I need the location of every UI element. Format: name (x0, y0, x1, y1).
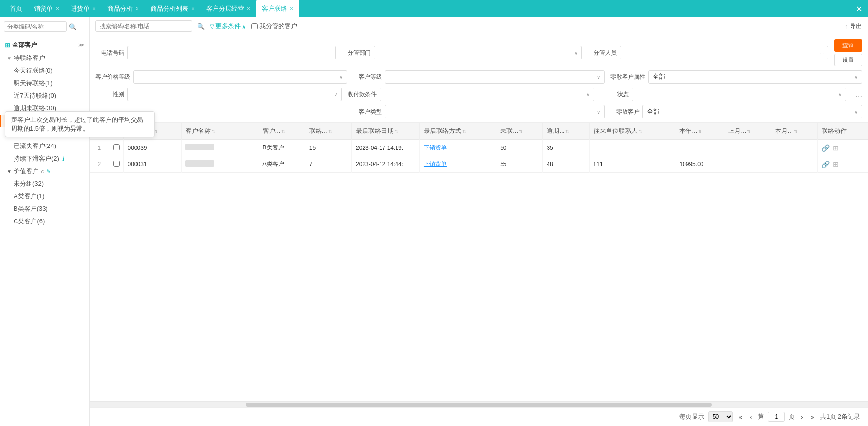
my-customers-checkbox-label[interactable]: 我分管的客户 (251, 22, 297, 30)
sort-name-icon[interactable]: ⇅ (212, 129, 215, 134)
close-sales-order-icon[interactable]: × (56, 5, 59, 12)
dept-chevron-icon: ∨ (574, 50, 578, 56)
close-product-analysis-list-icon[interactable]: × (191, 5, 195, 12)
prev-page-button[interactable]: ‹ (748, 412, 754, 422)
edit-icon[interactable]: ✎ (46, 168, 51, 175)
customer-level-select[interactable]: ∨ (385, 70, 605, 84)
sort-contacts-icon[interactable]: ⇅ (639, 129, 642, 134)
collapse-icon[interactable]: ≫ (78, 42, 84, 48)
phone-input[interactable] (127, 46, 336, 59)
sidebar-item-b-class[interactable]: B类客户(33) (0, 203, 89, 215)
close-product-analysis-icon[interactable]: × (136, 5, 139, 12)
retail-customer-select[interactable]: 全部 ∨ (642, 105, 862, 118)
price-level-select[interactable]: ∨ (133, 70, 347, 84)
filter-customer-level-field: 客户等级 ∨ (353, 70, 605, 84)
row-2-link-icon[interactable]: 🔗 (822, 161, 830, 168)
row-1-overdue: 35 (543, 140, 589, 156)
sidebar-item-tomorrow-pending[interactable]: 明天待联络(1) (0, 77, 89, 89)
search-input[interactable] (95, 20, 192, 32)
sort-thismonth-icon[interactable]: ⇅ (794, 129, 798, 134)
row-1-last-date: 2023-04-17 14:19: (351, 140, 419, 156)
sidebar-item-7days-pending[interactable]: 近7天待联络(0) (0, 89, 89, 102)
sidebar-item-a-class[interactable]: A类客户(1) (0, 190, 89, 203)
sidebar-item-churned[interactable]: 已流失客户(24) (0, 140, 89, 152)
row-2-select[interactable] (113, 161, 120, 167)
filter-more-dots[interactable]: ... (856, 90, 862, 99)
payment-select[interactable]: ∨ (380, 88, 594, 101)
sidebar-group-pending[interactable]: ▼ 待联络客户 (0, 52, 89, 64)
row-2-last-method[interactable]: 下销货单 (419, 156, 496, 173)
row-1-link-icon[interactable]: 🔗 (822, 144, 830, 152)
close-customer-contact-icon[interactable]: × (290, 5, 293, 12)
filter-price-level-field: 客户价格等级 ∨ (95, 70, 347, 84)
horizontal-scrollbar[interactable] (90, 401, 868, 407)
row-1-actions: 🔗 ⊞ (817, 140, 868, 156)
sidebar-item-declining[interactable]: 持续下滑客户(2) ℹ (0, 152, 89, 165)
search-button-icon[interactable]: 🔍 (197, 23, 205, 30)
filter-conditions-panel: 电话号码 分管部门 ∨ 分管人员 ··· (90, 35, 868, 123)
row-2-name (181, 156, 259, 173)
person-select[interactable]: ··· (620, 46, 828, 59)
close-customer-segmentation-icon[interactable]: × (247, 5, 250, 12)
sort-overdue-icon[interactable]: ⇅ (565, 129, 569, 134)
sort-thisyear-icon[interactable]: ⇅ (698, 129, 702, 134)
nav-home[interactable]: 首页 (4, 0, 28, 17)
more-conditions-button[interactable]: ▽ 更多条件 ∧ (210, 22, 246, 30)
top-navigation: 首页 销货单 × 进货单 × 商品分析 × 商品分析列表 × 客户分层经营 × … (0, 0, 868, 17)
last-page-button[interactable]: » (809, 412, 816, 422)
customer-level-label: 客户等级 (353, 73, 382, 81)
per-page-select[interactable]: 50 20 100 (708, 411, 733, 422)
filter-customer-type-field: 客户类型 ∨ (353, 105, 605, 118)
dept-select[interactable]: ∨ (374, 46, 582, 59)
sort-contact-icon[interactable]: ⇅ (328, 129, 332, 134)
circle-icon: ○ (41, 168, 45, 175)
nav-customer-contact[interactable]: 客户联络 × (256, 0, 299, 17)
row-1-num: 1 (90, 140, 109, 156)
settings-button[interactable]: 设置 (834, 54, 862, 66)
export-button[interactable]: ↑ 导出 (845, 22, 863, 30)
window-close-icon[interactable]: ✕ (856, 4, 862, 14)
retail-attr-select[interactable]: 全部 ∨ (648, 70, 862, 84)
table-row: 1 000039 B类客户 15 2023-04-17 14:19: 下 (90, 140, 868, 156)
customer-type-select[interactable]: ∨ (385, 105, 605, 118)
sort-lastmonth-icon[interactable]: ⇅ (747, 129, 751, 134)
my-customers-checkbox[interactable] (251, 23, 258, 29)
row-1-select[interactable] (113, 144, 120, 150)
nav-product-analysis[interactable]: 商品分析 × (102, 0, 145, 17)
sort-method-icon[interactable]: ⇅ (462, 129, 466, 134)
gender-select[interactable]: ∨ (127, 88, 342, 101)
row-2-grid-icon[interactable]: ⊞ (833, 161, 838, 168)
col-last-contact-method: 最后联络方式⇅ (419, 123, 496, 140)
retail-customer-chevron-icon: ∨ (854, 109, 858, 115)
next-page-button[interactable]: › (799, 412, 805, 422)
info-icon-3[interactable]: ℹ (62, 156, 64, 162)
nav-sales-order[interactable]: 销货单 × (28, 0, 65, 17)
status-select[interactable]: ∨ (632, 88, 846, 101)
row-2-this-year: 10995.00 (675, 156, 724, 173)
content-area: 🔍 ▽ 更多条件 ∧ 我分管的客户 ↑ 导出 电话号码 (90, 17, 868, 426)
sort-date-icon[interactable]: ⇅ (395, 129, 398, 134)
row-2-name-blur (185, 160, 214, 167)
sidebar-item-today-pending[interactable]: 今天待联络(0) (0, 64, 89, 77)
sidebar-item-c-class[interactable]: C类客户(6) (0, 215, 89, 228)
sidebar-search-icon[interactable]: 🔍 (69, 23, 76, 30)
close-purchase-order-icon[interactable]: × (92, 5, 96, 12)
nav-product-analysis-list[interactable]: 商品分析列表 × (145, 0, 200, 17)
query-button[interactable]: 查询 (834, 39, 862, 52)
sidebar-search-input[interactable] (4, 21, 67, 32)
scroll-thumb[interactable] (246, 403, 712, 407)
current-page-input[interactable] (768, 412, 785, 422)
sort-unlabeled-icon[interactable]: ⇅ (519, 129, 523, 134)
filter-payment-field: 收付款条件 ∨ (348, 88, 594, 101)
row-1-checkbox[interactable] (109, 140, 123, 156)
sidebar-item-ungroup[interactable]: 未分组(32) (0, 177, 89, 190)
nav-customer-segmentation[interactable]: 客户分层经营 × (200, 0, 256, 17)
sidebar-value-group[interactable]: ▼ 价值客户 ○ ✎ (0, 165, 89, 177)
row-2-checkbox[interactable] (109, 156, 123, 173)
sort-type-icon[interactable]: ⇅ (281, 129, 285, 134)
sidebar-all-customers[interactable]: ⊞ 全部客户 ≫ (0, 38, 89, 52)
row-1-last-method[interactable]: 下销货单 (419, 140, 496, 156)
first-page-button[interactable]: « (737, 412, 744, 422)
row-1-grid-icon[interactable]: ⊞ (833, 144, 838, 152)
nav-purchase-order[interactable]: 进货单 × (65, 0, 102, 17)
